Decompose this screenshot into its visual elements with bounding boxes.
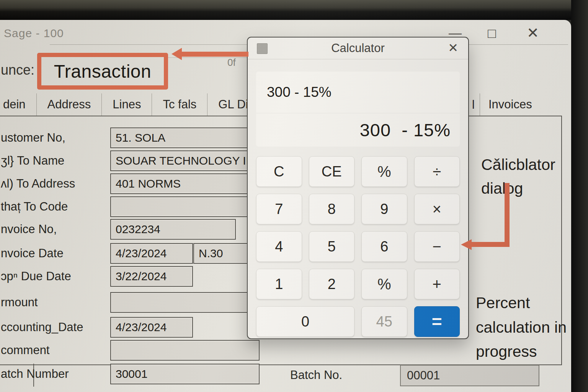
batch-no-label: Batch No. xyxy=(290,368,342,382)
amount-field[interactable] xyxy=(110,292,260,313)
key-1[interactable]: 1 xyxy=(256,269,302,299)
monitor-screen: Sage - 100 — □ ✕ unce: Transaction 0f de… xyxy=(0,0,588,392)
arrow-vertical-segment xyxy=(505,183,510,244)
calculator-close-icon[interactable]: ✕ xyxy=(448,41,458,55)
comment-field[interactable] xyxy=(110,340,260,361)
key-plus[interactable]: + xyxy=(414,269,460,299)
invoice-date-label: nvoice Date xyxy=(1,247,64,260)
calculator-result: 300 - 15% xyxy=(256,113,460,147)
key-6[interactable]: 6 xyxy=(361,231,407,262)
invoice-no-value: 0232234 xyxy=(116,223,160,236)
key-memory-45[interactable]: 45 xyxy=(361,306,407,337)
key-2[interactable]: 2 xyxy=(309,269,355,299)
batch-number-field[interactable]: 30001 xyxy=(110,364,260,384)
callout-percent-calculation: Percent calculation in progress xyxy=(476,291,567,364)
arrow-head-icon xyxy=(461,239,472,250)
calculator-dialog: Calculator ✕ 300 - 15% 300 - 15% C CE % … xyxy=(247,37,469,339)
to-code-label: thaț To Code xyxy=(1,200,68,214)
key-multiply[interactable]: × xyxy=(414,194,460,224)
annotation-arrow-transaction xyxy=(172,48,248,60)
to-address-value: 401 NORMS xyxy=(116,177,181,190)
comment-label: comment xyxy=(1,343,49,357)
batch-no-value: 00001 xyxy=(407,369,440,382)
key-equals[interactable]: = xyxy=(414,306,460,337)
to-code-field[interactable] xyxy=(110,196,260,217)
batch-no-field[interactable]: 00001 xyxy=(400,365,539,386)
calculator-display: 300 - 15% 300 - 15% xyxy=(256,72,460,147)
key-percent-top[interactable]: % xyxy=(361,156,407,187)
arrow-head-icon xyxy=(172,48,182,60)
calculator-title: Calculator xyxy=(248,41,468,55)
terms-value: N.30 xyxy=(199,247,223,260)
to-name-label: ʒl} To Name xyxy=(1,154,64,168)
to-name-value: SOUAR TECHNOLOGY IND xyxy=(116,154,260,167)
to-name-field[interactable]: SOUAR TECHNOLOGY IND xyxy=(110,150,260,171)
invoice-no-field[interactable]: 0232234 xyxy=(110,219,236,240)
key-5[interactable]: 5 xyxy=(309,231,355,262)
key-percent-bottom[interactable]: % xyxy=(361,269,407,299)
calculator-expression: 300 - 15% xyxy=(256,72,460,113)
customer-no-label: ustomer No, xyxy=(1,131,65,145)
accounting-date-field[interactable]: 4/23/2024 xyxy=(110,317,193,338)
due-date-value: 3/22/2024 xyxy=(116,270,167,283)
accounting-date-label: ccounting_Date xyxy=(1,320,83,334)
callout-calculator-dialog: Cǎlicblator dialog xyxy=(481,153,564,200)
key-clear[interactable]: C xyxy=(256,156,302,187)
to-address-field[interactable]: 401 NORMS xyxy=(110,173,260,194)
arrow-horizontal-segment xyxy=(471,242,510,247)
calculator-titlebar[interactable]: Calculator ✕ xyxy=(248,38,468,59)
key-4[interactable]: 4 xyxy=(256,231,302,262)
key-clear-entry[interactable]: CE xyxy=(309,156,355,187)
batch-number-label: atch Number xyxy=(1,367,69,381)
calculator-keypad: C CE % ÷ 7 8 9 × 4 5 6 − 1 2 % + 0 45 = xyxy=(256,156,460,337)
key-7[interactable]: 7 xyxy=(256,194,302,224)
monitor-bezel-top xyxy=(0,0,588,20)
calculator-body: 300 - 15% 300 - 15% C CE % ÷ 7 8 9 × 4 5… xyxy=(248,59,468,341)
invoice-date-field[interactable]: 4/23/2024 xyxy=(110,243,193,264)
key-0[interactable]: 0 xyxy=(256,306,354,337)
monitor-bezel-right xyxy=(571,0,588,392)
key-8[interactable]: 8 xyxy=(309,194,355,224)
invoice-no-label: nvoice No, xyxy=(1,222,57,236)
batch-number-value: 30001 xyxy=(116,368,147,381)
due-date-label: ɔpⁿ Due Date xyxy=(1,270,71,283)
amount-label: rmount xyxy=(1,296,38,309)
accounting-date-value: 4/23/2024 xyxy=(116,321,167,334)
arrow-shaft xyxy=(181,52,248,57)
to-address-label: ʌl) To Address xyxy=(1,177,75,191)
due-date-field[interactable]: 3/22/2024 xyxy=(110,266,193,287)
customer-no-field[interactable]: 51. SOLA xyxy=(110,127,260,148)
key-divide[interactable]: ÷ xyxy=(414,156,460,187)
key-9[interactable]: 9 xyxy=(361,194,407,224)
customer-no-value: 51. SOLA xyxy=(116,131,165,144)
key-minus[interactable]: − xyxy=(414,231,460,262)
invoice-date-value: 4/23/2024 xyxy=(116,247,167,260)
